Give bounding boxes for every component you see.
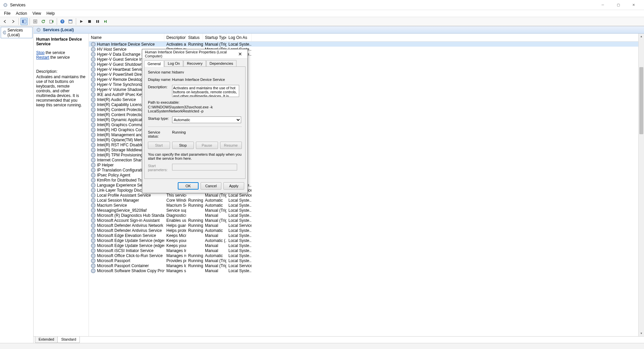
stop-button[interactable]: Stop: [172, 142, 194, 149]
startup-type-select[interactable]: Automatic: [172, 116, 241, 123]
col-description[interactable]: Description: [164, 34, 186, 41]
table-row[interactable]: Local Profile Assistant ServiceThis serv…: [89, 193, 644, 198]
table-row[interactable]: Microsoft Defender Antivirus Network Ins…: [89, 223, 644, 228]
gear-icon: [91, 138, 96, 142]
show-hide-tree-button[interactable]: [20, 18, 28, 25]
gear-icon: [91, 243, 96, 248]
col-startup[interactable]: Startup Type: [203, 34, 226, 41]
service-status: [186, 243, 203, 248]
export-button[interactable]: [48, 18, 55, 25]
ok-button[interactable]: OK: [178, 182, 199, 190]
table-row[interactable]: Human Interface Device ServiceActivates …: [89, 42, 644, 47]
col-name[interactable]: Name: [89, 34, 164, 41]
table-row[interactable]: Microsoft (R) Diagnostics Hub Standard C…: [89, 213, 644, 218]
close-button[interactable]: ✕: [626, 0, 641, 10]
svg-rect-12: [98, 20, 99, 23]
path-value: C:\WINDOWS\system32\svchost.exe -k Local…: [148, 105, 242, 113]
table-row[interactable]: Microsoft PassportProvides pr...RunningM…: [89, 258, 644, 263]
scroll-down-icon[interactable]: ▼: [639, 331, 644, 336]
svg-point-15: [37, 28, 40, 32]
gear-icon: [91, 62, 96, 67]
service-name: Microsoft Software Shadow Copy Provider: [97, 268, 164, 273]
start-service-button[interactable]: [78, 18, 85, 25]
service-startup: Manual (Trig...: [203, 42, 226, 47]
scroll-up-icon[interactable]: ▲: [639, 34, 644, 39]
maximize-button[interactable]: ▢: [610, 0, 626, 10]
table-row[interactable]: Microsoft Office Click-to-Run ServiceMan…: [89, 253, 644, 258]
table-row[interactable]: Microsoft Account Sign-in AssistantEnabl…: [89, 218, 644, 223]
table-row[interactable]: Local Session ManagerCore Windo...Runnin…: [89, 198, 644, 203]
minimize-button[interactable]: ─: [595, 0, 610, 10]
service-desc: Helps guard...: [164, 223, 186, 228]
tab-general[interactable]: General: [144, 60, 164, 67]
detail-pane: Human Interface Device Service Stop the …: [34, 34, 89, 336]
apply-button[interactable]: Apply: [223, 182, 244, 190]
service-desc: Provides pr...: [164, 258, 186, 263]
export-list-button[interactable]: [32, 18, 39, 25]
tree-node-services-local[interactable]: Services (Local): [1, 27, 33, 38]
table-row[interactable]: Microsoft Edge Elevation ServiceKeeps Mi…: [89, 233, 644, 238]
tab-standard[interactable]: Standard: [57, 337, 80, 343]
table-row[interactable]: Microsoft Defender Antivirus ServiceHelp…: [89, 228, 644, 233]
table-row[interactable]: Microsoft Edge Update Service (edgeupdat…: [89, 243, 644, 248]
service-name: Microsoft Account Sign-in Assistant: [97, 218, 160, 223]
stop-service-link[interactable]: Stop: [36, 50, 45, 55]
tab-logon[interactable]: Log On: [164, 60, 183, 66]
svg-rect-10: [88, 20, 91, 23]
start-params-input: [172, 164, 237, 170]
menu-file[interactable]: File: [1, 10, 13, 16]
table-row[interactable]: MessagingService_95209afService sup...Ma…: [89, 208, 644, 213]
dialog-close-button[interactable]: ✕: [236, 51, 245, 57]
menu-view[interactable]: View: [30, 10, 44, 16]
table-row[interactable]: Microsoft Software Shadow Copy ProviderM…: [89, 268, 644, 273]
service-desc: Manages In...: [164, 248, 186, 253]
gear-icon: [91, 223, 96, 228]
restart-service-link[interactable]: Restart: [36, 55, 49, 60]
tab-extended[interactable]: Extended: [35, 337, 58, 343]
service-status: Running: [186, 258, 203, 263]
forward-button[interactable]: [9, 18, 17, 25]
service-startup: Manual (Trig...: [203, 218, 226, 223]
refresh-button[interactable]: [40, 18, 47, 25]
service-startup: Automatic: [203, 228, 226, 233]
service-startup: Manual: [203, 213, 226, 218]
col-status[interactable]: Status: [186, 34, 203, 41]
service-logon: Local Syste...: [226, 198, 252, 203]
pause-service-button[interactable]: [94, 18, 101, 25]
tab-dependencies[interactable]: Dependencies: [206, 60, 236, 66]
description-textarea[interactable]: Activates and maintains the use of hot b…: [172, 85, 239, 97]
service-name-value: hidserv: [172, 70, 184, 74]
service-status: [186, 233, 203, 238]
properties-button[interactable]: [67, 18, 74, 25]
table-row[interactable]: Macrium ServiceMacrium Se...RunningAutom…: [89, 203, 644, 208]
service-name: Microsoft Passport Container: [97, 263, 149, 268]
stop-tail: the service: [45, 50, 65, 55]
table-row[interactable]: Microsoft Edge Update Service (edgeupdat…: [89, 238, 644, 243]
scroll-thumb[interactable]: [639, 67, 643, 134]
path-label: Path to executable:: [148, 100, 242, 104]
service-logon: Local Service: [226, 193, 252, 198]
gear-icon: [91, 133, 96, 137]
back-button[interactable]: [1, 18, 9, 25]
tab-recovery[interactable]: Recovery: [183, 60, 206, 66]
help-button[interactable]: ?: [59, 18, 66, 25]
vertical-scrollbar[interactable]: ▲ ▼: [638, 34, 644, 336]
gear-icon: [91, 117, 96, 122]
table-row[interactable]: Microsoft iSCSI Initiator ServiceManages…: [89, 248, 644, 253]
menu-help[interactable]: Help: [44, 10, 58, 16]
service-logon: Local Syste...: [226, 253, 252, 258]
service-name: Intel(R) Audio Service: [97, 97, 136, 102]
stop-service-button[interactable]: [86, 18, 93, 25]
menu-action[interactable]: Action: [13, 10, 30, 16]
view-tabs: Extended Standard: [34, 336, 644, 343]
col-logon[interactable]: Log On As: [226, 34, 252, 41]
restart-service-button[interactable]: [102, 18, 109, 25]
table-row[interactable]: Microsoft Passport ContainerManages lo..…: [89, 263, 644, 268]
service-name: HV Host Service: [97, 47, 126, 52]
svg-rect-11: [96, 20, 97, 23]
cancel-button[interactable]: Cancel: [201, 182, 221, 190]
service-status: Running: [186, 218, 203, 223]
service-logon: Local Syste...: [226, 233, 252, 238]
gear-icon: [91, 102, 96, 107]
gear-icon: [91, 143, 96, 147]
